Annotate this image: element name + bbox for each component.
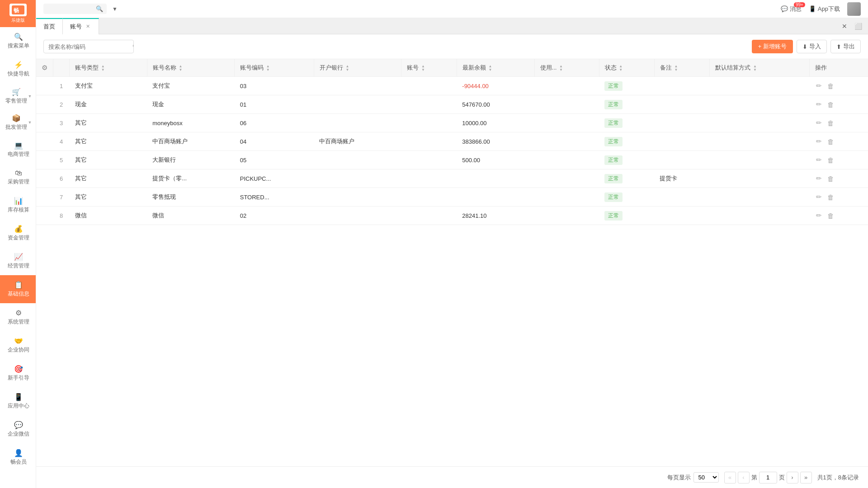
sidebar-item-inventory-calc[interactable]: 📊 库存核算: [0, 191, 36, 219]
page-size-dropdown[interactable]: 50 20 100: [693, 472, 719, 483]
col-status[interactable]: 状态 ▲▼: [599, 59, 654, 77]
export-label: 导出: [843, 42, 855, 51]
sidebar-item-basic-info[interactable]: 📋 基础信息: [0, 275, 36, 303]
header-search-input[interactable]: [48, 6, 93, 12]
toolbar-left: 🔍: [43, 40, 134, 53]
delete-button[interactable]: 🗑: [826, 174, 835, 183]
row-account-name: 大新银行: [147, 151, 234, 169]
row-settings-cell: [36, 114, 53, 132]
delete-button[interactable]: 🗑: [826, 211, 835, 221]
row-actions: ✏ 🗑: [810, 132, 868, 151]
status-badge: 正常: [604, 192, 623, 202]
sort-arrows-bank: ▲▼: [346, 65, 349, 72]
chevron-down-icon: ▼: [28, 94, 32, 99]
row-num: 1: [53, 77, 70, 95]
row-account-code: 05: [235, 151, 314, 169]
tab-maximize-btn[interactable]: ⬜: [852, 20, 864, 33]
row-latest-balance: 28241.10: [457, 206, 534, 225]
row-num: 5: [53, 151, 70, 169]
app-center-icon: 📱: [14, 393, 23, 401]
row-status: 正常: [599, 151, 654, 169]
delete-button[interactable]: 🗑: [826, 155, 835, 165]
sidebar-item-new-guide[interactable]: 🎯 新手引导: [0, 359, 36, 387]
edit-button[interactable]: ✏: [815, 155, 823, 165]
edit-button[interactable]: ✏: [815, 174, 823, 183]
delete-button[interactable]: 🗑: [826, 118, 835, 128]
col-account-name[interactable]: 账号名称 ▲▼: [147, 59, 234, 77]
logo-subtitle: 乐捷版: [11, 17, 25, 23]
messages-badge: 99+: [794, 2, 805, 7]
tab-close-btn[interactable]: ✕: [838, 20, 851, 33]
page-size-select: 每页显示 50 20 100: [667, 472, 719, 483]
sidebar-item-quick-nav[interactable]: ⚡ 快捷导航: [0, 55, 36, 83]
header-app-download[interactable]: 📱 App下载: [809, 5, 840, 13]
col-default-settlement[interactable]: 默认结算方式 ▲▼: [710, 59, 810, 77]
edit-button[interactable]: ✏: [815, 118, 823, 128]
delete-button[interactable]: 🗑: [826, 137, 835, 146]
delete-button[interactable]: 🗑: [826, 100, 835, 109]
action-buttons: ✏ 🗑: [815, 192, 863, 202]
col-bank[interactable]: 开户银行 ▲▼: [314, 59, 401, 77]
tab-account[interactable]: 账号 ✕: [63, 18, 99, 34]
col-remarks[interactable]: 备注 ▲▼: [654, 59, 709, 77]
new-guide-icon: 🎯: [14, 365, 23, 373]
col-remarks-label: 备注: [660, 64, 672, 71]
prev-page-button[interactable]: ‹: [738, 472, 750, 483]
sidebar-item-search-menu[interactable]: 🔍 搜索菜单: [0, 27, 36, 55]
col-account-code[interactable]: 账号编码 ▲▼: [235, 59, 314, 77]
sidebar-item-enterprise-wechat[interactable]: 💬 企业微信: [0, 415, 36, 443]
import-button[interactable]: ⬇ 导入: [797, 40, 827, 53]
edit-button[interactable]: ✏: [815, 192, 823, 202]
account-search-button[interactable]: 🔍: [129, 40, 134, 53]
sidebar-item-member[interactable]: 👤 畅会员: [0, 443, 36, 471]
edit-button[interactable]: ✏: [815, 211, 823, 221]
page-number-input[interactable]: [759, 472, 777, 483]
edit-button[interactable]: ✏: [815, 136, 823, 146]
col-account-type-label: 账号类型: [75, 64, 99, 71]
delete-button[interactable]: 🗑: [826, 192, 835, 202]
export-button[interactable]: ⬆ 导出: [830, 40, 861, 53]
col-num: [53, 59, 70, 77]
action-buttons: ✏ 🗑: [815, 136, 863, 146]
row-bank: [314, 114, 401, 132]
row-bank: [314, 77, 401, 95]
col-account-type[interactable]: 账号类型 ▲▼: [70, 59, 147, 77]
header-dropdown-icon[interactable]: ▼: [112, 6, 118, 12]
table-row: 7 其它 零售抵现 STORED... 正常 ✏ 🗑: [36, 188, 868, 206]
row-num: 7: [53, 188, 70, 206]
sidebar-item-finance-mgmt[interactable]: 💰 资金管理: [0, 219, 36, 247]
header-messages[interactable]: 💬 消息 99+: [781, 5, 802, 13]
edit-button[interactable]: ✏: [815, 81, 823, 91]
sidebar-item-operations-mgmt[interactable]: 📈 经营管理: [0, 247, 36, 275]
account-search-input[interactable]: [44, 43, 129, 50]
add-account-button[interactable]: + 新增账号: [752, 40, 793, 53]
sidebar-item-retail-mgmt[interactable]: 🛒 零售管理 ▼: [0, 83, 36, 109]
row-latest-balance: [457, 169, 534, 188]
row-num: 2: [53, 95, 70, 114]
row-default-settlement: [710, 206, 810, 225]
sidebar-item-wholesale-mgmt[interactable]: 📦 批发管理 ▼: [0, 109, 36, 136]
sidebar-item-label: 库存核算: [8, 206, 29, 214]
sidebar-item-app-center[interactable]: 📱 应用中心: [0, 387, 36, 415]
user-avatar[interactable]: [847, 2, 861, 16]
table-settings-icon[interactable]: ⚙: [42, 64, 47, 71]
col-latest-balance-label: 最新余额: [462, 64, 486, 71]
col-latest-balance[interactable]: 最新余额 ▲▼: [457, 59, 534, 77]
last-page-button[interactable]: »: [800, 472, 812, 483]
sidebar-item-enterprise-agreement[interactable]: 🤝 企业协同: [0, 331, 36, 359]
sidebar-item-ecommerce-mgmt[interactable]: 💻 电商管理: [0, 136, 36, 164]
first-page-button[interactable]: «: [724, 472, 736, 483]
row-account-code: 04: [235, 132, 314, 151]
header-right: 💬 消息 99+ 📱 App下载: [781, 2, 861, 16]
col-usage[interactable]: 使用... ▲▼: [534, 59, 599, 77]
tab-home[interactable]: 首页: [36, 18, 63, 34]
delete-button[interactable]: 🗑: [826, 81, 835, 91]
sidebar-item-system-mgmt[interactable]: ⚙ 系统管理: [0, 303, 36, 331]
edit-button[interactable]: ✏: [815, 99, 823, 109]
table-row: 3 其它 moneybosx 06 10000.00 正常 ✏ 🗑: [36, 114, 868, 132]
tab-close-icon[interactable]: ✕: [85, 23, 91, 30]
col-account-no[interactable]: 账号 ▲▼: [401, 59, 457, 77]
row-bank: [314, 206, 401, 225]
sidebar-item-purchase-mgmt[interactable]: 🛍 采购管理: [0, 164, 36, 191]
next-page-button[interactable]: ›: [787, 472, 798, 483]
